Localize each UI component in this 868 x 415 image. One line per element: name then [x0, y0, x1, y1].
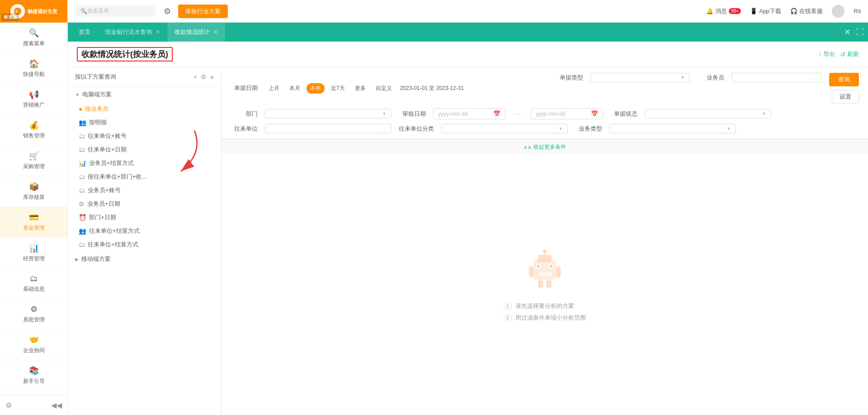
desktop-scheme-header[interactable]: ▼ 电脑端方案 — [68, 87, 221, 102]
scheme-settings-btn[interactable]: ⚙ — [201, 73, 207, 80]
dept-select[interactable]: ▼ — [265, 109, 392, 118]
sidebar-item-quicknav[interactable]: 🏠 快捷导航 — [0, 53, 67, 84]
main-body: 按以下方案查询 + ⚙ « ▼ 电脑端方案 ● 按业务员 — [68, 67, 868, 415]
date-tab-custom[interactable]: 自定义 — [372, 83, 396, 94]
partner-date-icon: 🗂 — [79, 146, 85, 153]
sidebar-item-basic[interactable]: 🗂 基础信息 — [0, 269, 67, 299]
sidebar-item-finance[interactable]: 💳 资金管理 — [0, 207, 67, 238]
sidebar-collapse-btn[interactable]: ◀◀ — [51, 401, 62, 410]
app-download-btn[interactable]: 📱 App下载 — [750, 7, 781, 15]
mobile-scheme-label: 移动端方案 — [81, 255, 111, 263]
topbar-search-bar[interactable]: 🔍 搜索菜单 — [75, 5, 156, 17]
sidebar-item-collab[interactable]: 🤝 企业协同 — [0, 330, 67, 360]
review-date-end[interactable]: yyyy-mm-dd 📅 — [531, 108, 603, 119]
date-tab-last-month[interactable]: 上月 — [265, 83, 283, 94]
scheme-item-partner-date[interactable]: 🗂 往来单位+日期 — [68, 143, 221, 156]
refresh-btn[interactable]: ↺ 刷新 — [840, 50, 859, 58]
scheme-item-partner-account[interactable]: 🗂 往来单位+账号 — [68, 129, 221, 143]
tab-cashflow-close[interactable]: ✕ — [156, 29, 160, 35]
sidebar-item-quicknav-label: 快捷导航 — [23, 71, 45, 78]
sidebar-item-search-label: 搜索菜单 — [23, 40, 45, 47]
category-chevron: ▼ — [680, 75, 685, 80]
svg-rect-3 — [533, 259, 556, 280]
scheme-item-partner-dept[interactable]: 🗂 按往来单位+部门+收... — [68, 170, 221, 184]
sidebar-settings-btn[interactable]: ⚙ — [5, 401, 12, 410]
sidebar-item-inventory-label: 库存核算 — [23, 193, 45, 201]
topbar-gear-icon[interactable]: ⚙ — [164, 6, 171, 16]
sidebar-item-hardware[interactable]: 💻 智能硬件 — [0, 391, 67, 395]
date-label: 单据日期 — [231, 84, 258, 92]
scheme-item-detail[interactable]: 👥 按明细 — [68, 116, 221, 129]
scheme-collapse-btn[interactable]: « — [210, 73, 214, 80]
sidebar-item-marketing[interactable]: 📢 营销推广 — [0, 84, 67, 115]
sidebar-item-basic-label: 基础信息 — [23, 285, 45, 293]
sidebar-item-guide[interactable]: 📚 新手引导 — [0, 360, 67, 391]
partner-category-select[interactable]: ▼ — [441, 124, 568, 133]
sidebar-item-finance-label: 资金管理 — [23, 224, 45, 232]
date-tab-more[interactable]: 更多 — [351, 83, 369, 94]
scheme-item-dept-date[interactable]: ⏰ 部门+日期 — [68, 211, 221, 224]
scheme-item-salesperson-settle-label: 业务员+结算方式 — [89, 159, 134, 167]
salesperson-select[interactable]: … — [731, 73, 822, 82]
sidebar-item-ops-label: 经营管理 — [23, 255, 45, 263]
date-tab-this-month[interactable]: 本月 — [286, 83, 304, 94]
tab-maximize-btn[interactable]: ⛶ — [856, 28, 864, 37]
salesperson-settle-icon: 📊 — [79, 160, 86, 167]
sidebar-item-search[interactable]: 🔍 搜索菜单 — [0, 23, 67, 53]
scheme-item-salesperson-settle[interactable]: 📊 业务员+结算方式 — [68, 156, 221, 170]
tab-receipts-close[interactable]: ✕ — [213, 29, 218, 35]
review-date-start[interactable]: yyyy-mm-dd 📅 — [433, 108, 505, 119]
sidebar-item-system[interactable]: ⚙ 系统管理 — [0, 299, 67, 330]
tabbar-right: ✕ ⛶ — [844, 27, 864, 37]
status-select[interactable]: ▼ — [645, 109, 771, 118]
sidebar-item-ops[interactable]: 📊 经营管理 — [0, 238, 67, 269]
date-tab-7days[interactable]: 近7天 — [327, 83, 349, 94]
biz-type-select[interactable]: ▼ — [609, 124, 736, 133]
date-tab-this-year[interactable]: 本年 — [307, 83, 325, 94]
tab-home[interactable]: 首页 — [71, 28, 98, 36]
sidebar-item-guide-label: 新手引导 — [23, 377, 45, 385]
collapse-bar[interactable]: ∧∧ 收起更多条件 — [222, 139, 868, 155]
export-btn[interactable]: ↑ 导出 — [819, 50, 835, 58]
online-service-btn[interactable]: 🎧 在线客服 — [790, 7, 823, 15]
partner-account-icon: 🗂 — [79, 132, 85, 140]
scheme-item-salesperson-date[interactable]: ⚙ 业务员+日期 — [68, 197, 221, 211]
salesperson-label: 业务员 — [697, 74, 724, 82]
query-btn[interactable]: 查询 — [829, 73, 859, 86]
settings-btn[interactable]: 设置 — [832, 90, 859, 104]
bell-icon: 🔔 — [706, 8, 713, 14]
empty-state: 1 请先选择要分析的方案 2 用过滤条件来缩小分析范围 — [222, 155, 868, 415]
trial-btn[interactable]: 体验行业方案 — [178, 5, 228, 18]
online-service-label: 在线客服 — [799, 7, 823, 15]
scheme-item-partner-settle1[interactable]: 👥 往来单位+结算方式 — [68, 224, 221, 238]
scheme-item-salesperson-account[interactable]: 🗂 业务员+账号 — [68, 184, 221, 197]
mobile-scheme-header[interactable]: ▶ 移动端方案 — [68, 251, 221, 267]
search-icon: 🔍 — [80, 8, 87, 14]
sidebar-item-inventory[interactable]: 📦 库存核算 — [0, 176, 67, 207]
messages-btn[interactable]: 🔔 消息 99+ — [706, 7, 741, 15]
scheme-item-partner-settle2[interactable]: 🗂 往来单位+结算方式 — [68, 238, 221, 251]
filter-area: 单据日期 上月 本月 本年 近7天 更多 自定义 2023-01-01 至 20… — [222, 67, 868, 139]
scheme-item-partner-date-label: 往来单位+日期 — [88, 146, 127, 154]
category-select[interactable]: ▼ — [590, 73, 690, 82]
category-label: 单据类型 — [556, 74, 583, 82]
tab-receipts[interactable]: 收款情况统计 ✕ — [167, 23, 225, 42]
user-avatar[interactable] — [832, 5, 844, 18]
system-icon: ⚙ — [30, 304, 38, 314]
calendar-icon-1: 📅 — [493, 110, 500, 117]
sales-icon: 💰 — [29, 120, 39, 130]
topbar: 🔍 搜索菜单 ⚙ 体验行业方案 🔔 消息 99+ 📱 App下载 🎧 在线客服 … — [68, 0, 868, 23]
partner-select[interactable]: … — [265, 124, 392, 133]
scheme-item-detail-label: 按明细 — [89, 118, 107, 127]
tab-window-close-btn[interactable]: ✕ — [844, 27, 851, 37]
scheme-item-partner-account-label: 往来单位+账号 — [88, 132, 127, 140]
scheme-add-btn[interactable]: + — [193, 73, 197, 80]
salesperson-account-icon: 🗂 — [79, 187, 85, 194]
sidebar-item-sales[interactable]: 💰 销售管理 — [0, 115, 67, 146]
sidebar-item-purchase[interactable]: 🛒 采购管理 — [0, 146, 67, 176]
scheme-item-salesperson[interactable]: ● 按业务员 — [68, 102, 221, 116]
scheme-panel: 按以下方案查询 + ⚙ « ▼ 电脑端方案 ● 按业务员 — [68, 67, 222, 415]
dept-date-icon: ⏰ — [79, 214, 86, 221]
search-placeholder: 搜索菜单 — [87, 7, 109, 15]
tab-cashflow[interactable]: 现金银行流水查询 ✕ — [98, 23, 167, 42]
